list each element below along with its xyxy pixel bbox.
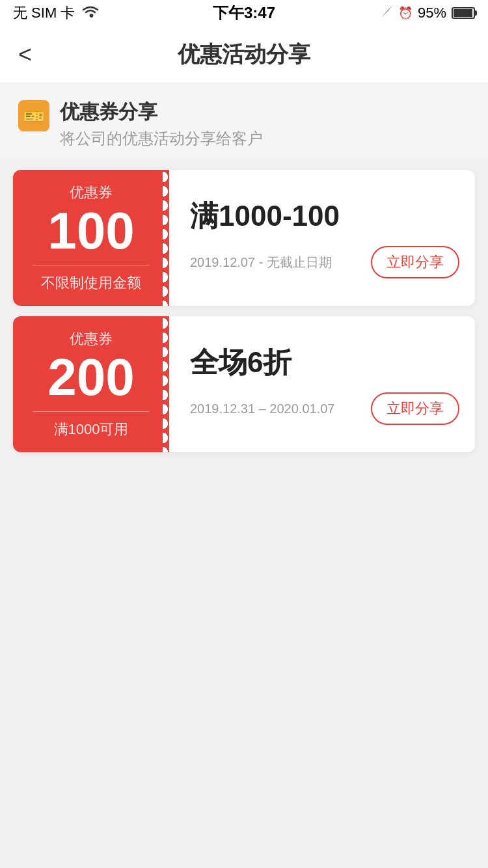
coupon-card: 优惠券 200 满1000可用 全场6折 2019.12.31 – 2020.0… [13,316,475,452]
coupon-meta-0: 2019.12.07 - 无截止日期 立即分享 [190,246,459,278]
page-title: 优惠活动分享 [178,40,310,70]
coupon-meta-1: 2019.12.31 – 2020.01.07 立即分享 [190,392,459,425]
nav-bar: < 优惠活动分享 [0,26,488,83]
coupon-date-0: 2019.12.07 - 无截止日期 [190,254,360,271]
coupon-right-1: 全场6折 2019.12.31 – 2020.01.07 立即分享 [169,316,475,452]
back-button[interactable]: < [18,41,32,68]
alarm-icon: ⏰ [398,6,413,20]
coupon-amount-1: 200 [47,351,134,403]
carrier-label: 无 SIM 卡 [13,3,75,23]
coupon-divider-0 [33,265,150,265]
coupon-date-1: 2019.12.31 – 2020.01.07 [190,401,360,416]
coupon-condition-0: 不限制使用金额 [41,273,141,293]
section-icon: 🎫 [18,100,49,131]
coupon-left-0: 优惠券 100 不限制使用金额 [13,170,169,306]
section-text: 优惠券分享 将公司的优惠活动分享给客户 [60,99,263,149]
share-button-1[interactable]: 立即分享 [371,392,459,425]
wifi-icon [81,4,100,22]
section-title: 优惠券分享 [60,99,263,126]
coupon-label-1: 优惠券 [70,329,113,349]
battery-percent: 95% [418,5,446,21]
svg-marker-0 [381,5,393,18]
status-time: 下午3:47 [213,3,275,23]
coupon-list: 优惠券 100 不限制使用金额 满1000-100 2019.12.07 - 无… [0,159,488,463]
status-left: 无 SIM 卡 [13,3,100,23]
coupon-condition-1: 满1000可用 [54,420,129,439]
section-subtitle: 将公司的优惠活动分享给客户 [60,128,263,149]
coupon-name-0: 满1000-100 [190,197,459,236]
share-button-0[interactable]: 立即分享 [371,246,459,278]
battery-icon [452,7,475,19]
coupon-right-0: 满1000-100 2019.12.07 - 无截止日期 立即分享 [169,170,475,306]
status-bar: 无 SIM 卡 下午3:47 ⏰ 95% [0,0,488,26]
section-header: 🎫 优惠券分享 将公司的优惠活动分享给客户 [0,83,488,159]
location-icon [381,5,393,22]
empty-area [0,463,488,827]
coupon-label-0: 优惠券 [70,183,113,202]
coupon-name-1: 全场6折 [190,344,459,382]
status-right: ⏰ 95% [381,5,475,22]
coupon-divider-1 [33,411,150,412]
coupon-card: 优惠券 100 不限制使用金额 满1000-100 2019.12.07 - 无… [13,170,475,306]
coupon-amount-0: 100 [47,205,134,257]
coupon-left-1: 优惠券 200 满1000可用 [13,316,169,452]
